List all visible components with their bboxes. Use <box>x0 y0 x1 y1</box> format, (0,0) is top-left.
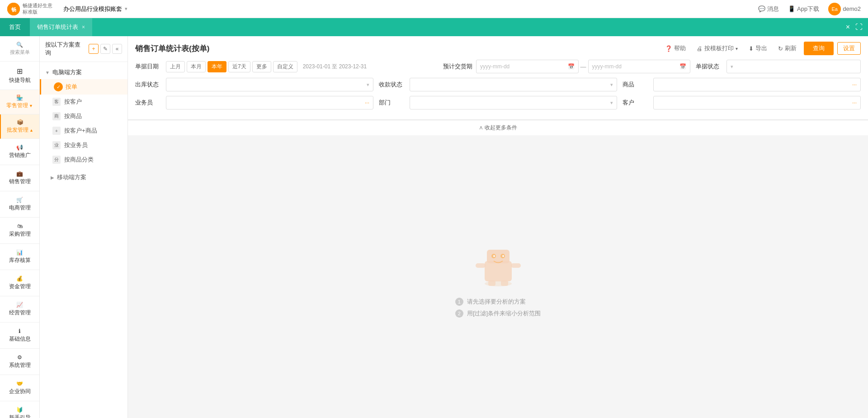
window-close-button[interactable]: × <box>844 21 852 33</box>
export-icon: ⬇ <box>749 45 754 52</box>
help-button[interactable]: ❓ 帮助 <box>661 43 689 54</box>
help-icon: ❓ <box>665 45 672 52</box>
message-button[interactable]: 💬 消息 <box>758 5 779 13</box>
customer-label: 客户 <box>623 99 650 107</box>
scheme-item-by-salesperson[interactable]: 业 按业务员 <box>40 138 127 152</box>
mobile-group-arrow-icon: ▶ <box>51 175 54 180</box>
salesperson-input[interactable]: ··· <box>166 96 373 109</box>
breadcrumb-arrow-icon: ▾ <box>125 6 127 12</box>
print-button[interactable]: 🖨 按模板打印 ▾ <box>693 43 741 54</box>
pc-scheme-label: 电脑端方案 <box>52 68 82 76</box>
scheme-group-pc: ▼ 电脑端方案 ✓ 按单 客 按客户 商 按商品 <box>40 62 127 171</box>
sidebar-item-basic[interactable]: ℹ 基础信息 <box>0 323 39 349</box>
purchase-icon: 🛍 <box>17 223 23 229</box>
svg-rect-10 <box>511 263 521 268</box>
customer-input[interactable]: ··· <box>653 96 861 109</box>
sidebar-item-wholesale[interactable]: 📦 批发管理 ▲ <box>0 114 39 139</box>
user-menu[interactable]: Ea demo2 <box>828 3 861 15</box>
scheme-item-by-order[interactable]: ✓ 按单 <box>40 79 127 95</box>
sidebar-item-purchase[interactable]: 🛍 采购管理 <box>0 218 39 244</box>
tip-number-1: 1 <box>455 298 463 306</box>
export-button[interactable]: ⬇ 导出 <box>745 43 771 54</box>
dept-select[interactable]: ▾ <box>410 96 617 109</box>
goods-more-icon: ··· <box>852 81 857 88</box>
top-header: 畅 畅捷通好生意 标准版 办公用品行业模拟账套 ▾ 💬 消息 📱 App下载 E… <box>0 0 868 18</box>
status-dropdown-icon: ▾ <box>731 64 733 70</box>
refresh-button[interactable]: ↻ 刷新 <box>774 43 800 54</box>
svg-rect-12 <box>501 280 508 286</box>
salesperson-scheme-icon: 业 <box>52 141 61 149</box>
sidebar-item-retail[interactable]: 🏪 零售管理 ▼ <box>0 90 39 114</box>
this-month-button[interactable]: 本月 <box>187 61 206 72</box>
customer-goods-icon: + <box>52 127 61 135</box>
settings-button[interactable]: 设置 <box>837 42 861 55</box>
tab-bar: 首页 销售订单统计表 × × ⛶ <box>0 18 868 36</box>
custom-date-button[interactable]: 自定义 <box>273 61 297 72</box>
date-quick-buttons: 上月 本月 本年 近7天 更多 自定义 <box>166 61 297 72</box>
edit-scheme-button[interactable]: ✎ <box>100 44 110 54</box>
filter-row-1: 单据日期 上月 本月 本年 近7天 更多 自定义 2023-01-01 至 20… <box>135 60 861 73</box>
tab-sales-order[interactable]: 销售订单统计表 × <box>30 18 92 36</box>
app-download-button[interactable]: 📱 App下载 <box>788 5 819 13</box>
svg-rect-4 <box>487 250 509 263</box>
sidebar-item-finance[interactable]: 💰 资金管理 <box>0 270 39 296</box>
scheme-item-by-customer-goods[interactable]: + 按客户+商品 <box>40 124 127 138</box>
print-icon: 🖨 <box>697 45 703 52</box>
svg-point-8 <box>502 255 504 257</box>
order-status-label: 单据状态 <box>696 62 723 71</box>
sidebar-item-inventory[interactable]: 📊 库存核算 <box>0 244 39 270</box>
sidebar-item-ecommerce[interactable]: 🛒 电商管理 <box>0 191 39 218</box>
sidebar-item-marketing[interactable]: 📢 营销推广 <box>0 139 39 165</box>
page-title: 销售订单统计表(按单) <box>135 43 209 54</box>
delivery-date-from[interactable]: yyyy-mm-dd 📅 <box>476 60 579 73</box>
collapse-bar[interactable]: ∧ 收起更多条件 <box>128 120 868 135</box>
quick-nav-icon: ⊞ <box>17 67 23 76</box>
receipt-arrow-icon: ▾ <box>610 82 613 88</box>
guide-icon: 🔰 <box>16 407 23 413</box>
category-scheme-icon: 分 <box>52 156 61 164</box>
tab-home[interactable]: 首页 <box>0 18 30 36</box>
breadcrumb[interactable]: 办公用品行业模拟账套 ▾ <box>63 5 127 13</box>
scheme-item-by-goods[interactable]: 商 按商品 <box>40 109 127 124</box>
delivery-date-to[interactable]: yyyy-mm-dd 📅 <box>588 60 691 73</box>
svg-rect-11 <box>488 280 495 286</box>
add-scheme-button[interactable]: + <box>89 44 99 54</box>
order-status-select[interactable]: ▾ <box>726 60 861 73</box>
receipt-status-label: 收款状态 <box>379 81 406 89</box>
sidebar-item-enterprise[interactable]: 🤝 企业协同 <box>0 375 39 401</box>
group-arrow-icon: ▼ <box>45 70 50 75</box>
window-expand-button[interactable]: ⛶ <box>854 21 864 33</box>
filter-customer: 客户 ··· <box>623 96 861 109</box>
marketing-icon: 📢 <box>16 144 23 151</box>
filter-receipt-status: 收款状态 ▾ <box>379 78 617 91</box>
scheme-group-pc-header[interactable]: ▼ 电脑端方案 <box>40 66 127 79</box>
scheme-item-by-customer[interactable]: 客 按客户 <box>40 95 127 109</box>
scheme-group-mobile[interactable]: ▶ 移动端方案 <box>40 171 127 184</box>
filter-goods: 商品 ··· <box>623 78 861 91</box>
collapse-panel-button[interactable]: « <box>112 44 122 54</box>
scheme-item-by-category[interactable]: 分 按商品分类 <box>40 152 127 167</box>
sidebar-search[interactable]: 🔍 搜索菜单 <box>0 36 39 62</box>
calendar-icon-2: 📅 <box>679 63 686 70</box>
receipt-status-select[interactable]: ▾ <box>410 78 617 91</box>
tab-close-icon[interactable]: × <box>82 24 85 30</box>
search-icon: 🔍 <box>16 42 23 48</box>
last7days-button[interactable]: 近7天 <box>228 61 250 72</box>
sidebar-item-guide[interactable]: 🔰 新手引导 <box>0 401 39 418</box>
sidebar-item-management[interactable]: 📈 经营管理 <box>0 296 39 323</box>
sidebar-quick-nav[interactable]: ⊞ 快捷导航 <box>0 62 39 90</box>
goods-select[interactable]: ··· <box>653 78 861 91</box>
out-status-select[interactable]: ▾ <box>166 78 373 91</box>
this-year-button[interactable]: 本年 <box>208 61 226 72</box>
date-range-delivery: yyyy-mm-dd 📅 — yyyy-mm-dd 📅 <box>476 60 690 73</box>
out-status-arrow-icon: ▾ <box>367 82 369 88</box>
filter-order-date: 单据日期 上月 本月 本年 近7天 更多 自定义 2023-01-01 至 20… <box>135 61 438 72</box>
salesperson-more-icon: ··· <box>365 100 369 106</box>
sidebar-item-sales[interactable]: 💼 销售管理 <box>0 165 39 191</box>
empty-state: 1 请先选择要分析的方案 2 用[过滤]条件来缩小分析范围 <box>128 135 868 418</box>
out-status-label: 出库状态 <box>135 81 162 89</box>
more-date-button[interactable]: 更多 <box>252 61 271 72</box>
sidebar-item-system[interactable]: ⚙ 系统管理 <box>0 349 39 375</box>
query-button[interactable]: 查询 <box>804 42 834 55</box>
last-month-button[interactable]: 上月 <box>166 61 185 72</box>
